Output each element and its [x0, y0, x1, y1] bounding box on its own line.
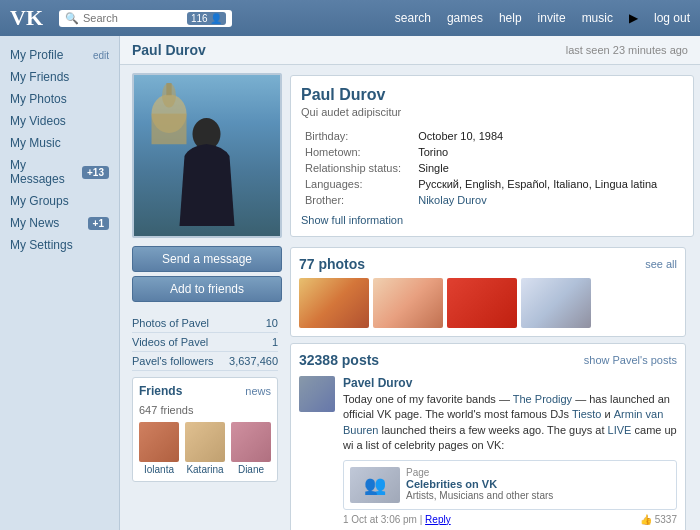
sidebar-news-label: My News — [10, 216, 59, 230]
main: My Profile edit My Friends My Photos My … — [0, 36, 700, 530]
stats-section: Photos of Pavel 10 Videos of Pavel 1 Pav… — [132, 314, 278, 371]
sidebar-music-label: My Music — [10, 136, 61, 150]
search-box: 🔍 116 👤 — [59, 10, 232, 27]
hometown-value: Torino — [414, 144, 683, 160]
sidebar-item-news[interactable]: My News +1 — [0, 212, 119, 234]
sidebar-messages-label: My Messages — [10, 158, 82, 186]
relationship-label: Relationship status: — [301, 160, 414, 176]
post-like[interactable]: 👍 5337 — [640, 514, 677, 525]
stat-photos-value: 10 — [266, 317, 278, 329]
nav-invite[interactable]: invite — [538, 11, 566, 25]
sidebar-item-messages[interactable]: My Messages +13 — [0, 154, 119, 190]
friend-diane[interactable]: Diane — [231, 422, 271, 475]
nav-music[interactable]: music — [582, 11, 613, 25]
like-count: 5337 — [655, 514, 677, 525]
nav-games[interactable]: games — [447, 11, 483, 25]
sidebar-settings-label: My Settings — [10, 238, 73, 252]
sidebar-profile-label: My Profile — [10, 48, 63, 62]
profile-header: Paul Durov last seen 23 minutes ago — [120, 36, 700, 65]
sidebar-item-groups[interactable]: My Groups — [0, 190, 119, 212]
post-body: Pavel Durov Today one of my favorite ban… — [343, 376, 677, 525]
svg-rect-3 — [166, 83, 171, 95]
person-icon — [170, 116, 245, 236]
profile-actions: Send a message Add to friends — [132, 238, 278, 314]
stat-videos-value: 1 — [272, 336, 278, 348]
sidebar-friends-label: My Friends — [10, 70, 69, 84]
add-friend-button[interactable]: Add to friends — [132, 276, 282, 302]
last-seen: last seen 23 minutes ago — [566, 44, 688, 56]
news-badge: +1 — [88, 217, 109, 230]
photos-section: 77 photos see all — [290, 247, 686, 337]
reply-link[interactable]: Reply — [425, 514, 451, 525]
post-sub-desc: Artists, Musicians and other stars — [406, 490, 553, 501]
friends-title: Friends — [139, 384, 182, 398]
birthday-value: October 10, 1984 — [414, 128, 683, 144]
tiesto-link[interactable]: Tiesto — [572, 408, 602, 420]
info-row-relationship: Relationship status: Single — [301, 160, 683, 176]
languages-value: Русский, English, Español, Italiano, Lin… — [414, 176, 683, 192]
profile-name-header: Paul Durov — [132, 42, 206, 58]
post-sub: 👥 Page Celebrities on VK Artists, Musici… — [343, 460, 677, 510]
show-full-info-link[interactable]: Show full information — [301, 214, 683, 226]
stat-row-videos[interactable]: Videos of Pavel 1 — [132, 333, 278, 352]
profile-photo — [132, 73, 282, 238]
show-posts-link[interactable]: show Pavel's posts — [584, 354, 677, 366]
send-message-button[interactable]: Send a message — [132, 246, 282, 272]
info-row-brother: Brother: Nikolay Durov — [301, 192, 683, 208]
friends-header: Friends news — [139, 384, 271, 398]
friend-katarina[interactable]: Katarina — [185, 422, 225, 475]
post-item: Pavel Durov Today one of my favorite ban… — [299, 376, 677, 525]
info-row-hometown: Hometown: Torino — [301, 144, 683, 160]
post-sub-thumb: 👥 — [350, 467, 400, 503]
post-author[interactable]: Pavel Durov — [343, 376, 412, 390]
sidebar-item-settings[interactable]: My Settings — [0, 234, 119, 256]
nav-search[interactable]: search — [395, 11, 431, 25]
vk-logo: VK — [10, 5, 43, 31]
friend-katarina-photo — [185, 422, 225, 462]
search-input[interactable] — [83, 12, 183, 24]
photos-header: 77 photos see all — [299, 256, 677, 272]
play-icon[interactable]: ▶ — [629, 11, 638, 25]
photo-thumb-1[interactable] — [299, 278, 369, 328]
photos-grid — [299, 278, 677, 328]
prodigy-link[interactable]: The Prodigy — [513, 393, 572, 405]
search-icon: 🔍 — [65, 12, 79, 25]
post-sub-page-label: Page — [406, 467, 553, 478]
nav-logout[interactable]: log out — [654, 11, 690, 25]
live-link[interactable]: LIVE — [608, 424, 632, 436]
photo-thumb-2[interactable] — [373, 278, 443, 328]
stat-row-followers[interactable]: Pavel's followers 3,637,460 — [132, 352, 278, 371]
profile-info: Paul Durov Qui audet adipiscitur Birthda… — [290, 75, 694, 237]
friends-section: Friends news 647 friends Iolanta Katarin… — [132, 377, 278, 482]
birthday-label: Birthday: — [301, 128, 414, 144]
friend-katarina-name: Katarina — [185, 464, 225, 475]
sidebar-item-videos[interactable]: My Videos — [0, 110, 119, 132]
brother-link[interactable]: Nikolay Durov — [418, 194, 486, 206]
languages-label: Languages: — [301, 176, 414, 192]
content: Paul Durov last seen 23 minutes ago — [120, 36, 700, 530]
posts-section: 32388 posts show Pavel's posts Pavel Dur… — [290, 343, 686, 530]
nav-help[interactable]: help — [499, 11, 522, 25]
friend-iolanta[interactable]: Iolanta — [139, 422, 179, 475]
sidebar-edit-link[interactable]: edit — [93, 50, 109, 61]
info-row-languages: Languages: Русский, English, Español, It… — [301, 176, 683, 192]
friend-diane-photo — [231, 422, 271, 462]
post-text: Today one of my favorite bands — The Pro… — [343, 392, 677, 454]
like-icon: 👍 — [640, 514, 652, 525]
search-count: 116 👤 — [187, 12, 226, 25]
friends-news-link[interactable]: news — [245, 385, 271, 397]
photo-thumb-3[interactable] — [447, 278, 517, 328]
post-date: 1 Oct at 3:06 pm | Reply — [343, 514, 451, 525]
photo-thumb-4[interactable] — [521, 278, 591, 328]
messages-badge: +13 — [82, 166, 109, 179]
sidebar-item-profile[interactable]: My Profile edit — [0, 44, 119, 66]
sidebar-item-friends[interactable]: My Friends — [0, 66, 119, 88]
post-avatar[interactable] — [299, 376, 335, 412]
sidebar-item-music[interactable]: My Music — [0, 132, 119, 154]
photos-see-all-link[interactable]: see all — [645, 258, 677, 270]
stat-row-photos[interactable]: Photos of Pavel 10 — [132, 314, 278, 333]
sidebar-item-photos[interactable]: My Photos — [0, 88, 119, 110]
post-meta: 1 Oct at 3:06 pm | Reply 👍 5337 — [343, 514, 677, 525]
post-sub-title[interactable]: Celebrities on VK — [406, 478, 553, 490]
sidebar: My Profile edit My Friends My Photos My … — [0, 36, 120, 530]
